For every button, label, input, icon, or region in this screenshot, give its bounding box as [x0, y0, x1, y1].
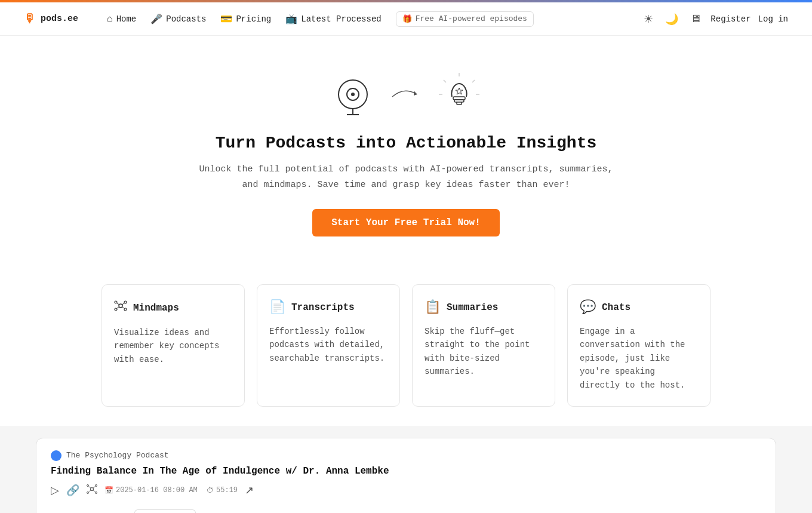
episode-meta: 📅 2025-01-16 08:00 AM ⏱ 55:19 — [104, 486, 238, 495]
tab-summary[interactable]: 📋 Summary — [198, 509, 261, 513]
login-button[interactable]: Log in — [758, 14, 788, 24]
demo-card: The Psychology Podcast Finding Balance I… — [36, 438, 776, 513]
episode-header: The Psychology Podcast Finding Balance I… — [36, 438, 776, 513]
nav-latest-label: Latest Processed — [301, 14, 381, 24]
hero-subtitle: Unlock the full potential of podcasts wi… — [191, 162, 621, 192]
hero-icons — [12, 72, 800, 119]
hero-title: Turn Podcasts into Actionable Insights — [12, 134, 800, 152]
nav-cta[interactable]: 🎁 Free AI-powered episodes — [396, 11, 534, 27]
feature-card-mindmaps: Mindmaps Visualize ideas and remember ke… — [102, 284, 245, 407]
svg-line-24 — [117, 307, 119, 308]
svg-line-33 — [89, 490, 91, 492]
svg-point-18 — [115, 301, 117, 303]
calendar-icon: 📅 — [104, 486, 113, 495]
nav-right: ☀ 🌙 🖥 Register Log in — [641, 10, 788, 28]
tab-shownotes[interactable]: ✏ Shownotes — [65, 509, 132, 513]
podcast-name: The Psychology Podcast — [51, 450, 761, 461]
episode-title: Finding Balance In The Age of Indulgence… — [51, 466, 389, 477]
mindmaps-icon — [114, 299, 127, 317]
logo-icon: 🎙 — [24, 12, 36, 26]
feature-card-summaries: 📋 Summaries Skip the fluff—get straight … — [412, 284, 555, 407]
svg-line-31 — [89, 486, 91, 488]
svg-point-27 — [87, 484, 89, 486]
clock-icon: ⏱ — [207, 486, 214, 495]
nav-home[interactable]: ⌂ Home — [107, 14, 136, 24]
lightbulb-hero-icon — [435, 72, 483, 119]
svg-line-8 — [444, 80, 446, 82]
feature-text-chats: Engage in a conversation with the episod… — [580, 325, 698, 392]
episode-actions: ▷ 🔗 📅 2025-01-16 08:00 AM ⏱ 55:19 ↗ — [51, 484, 389, 497]
svg-line-32 — [93, 486, 96, 488]
latest-icon: 📺 — [285, 13, 297, 25]
feature-card-transcripts: 📄 Transcripts Effortlessly follow podcas… — [257, 284, 400, 407]
svg-rect-12 — [454, 100, 464, 102]
svg-line-23 — [122, 303, 124, 305]
register-button[interactable]: Register — [710, 14, 751, 24]
tab-transcript[interactable]: 📄 Transcript — [263, 509, 340, 513]
svg-point-19 — [124, 301, 127, 303]
svg-marker-16 — [456, 88, 463, 94]
episode-date: 2025-01-16 08:00 AM — [116, 486, 198, 494]
nav-cta-label: Free AI-powered episodes — [416, 14, 527, 23]
feature-title-summaries: Summaries — [447, 302, 498, 313]
feature-text-transcripts: Effortlessly follow podcasts with detail… — [269, 325, 387, 365]
feature-card-mindmaps-header: Mindmaps — [114, 299, 232, 317]
feature-card-chats-header: 💬 Chats — [580, 299, 698, 315]
trial-button[interactable]: Start Your Free Trial Now! — [312, 209, 500, 236]
podcasts-icon: 🎤 — [150, 13, 162, 25]
theme-dark-btn[interactable]: 🌙 — [663, 10, 681, 28]
svg-line-7 — [472, 80, 475, 82]
navbar: 🎙 pods.ee ⌂ Home 🎤 Podcasts 💳 Pricing 📺 … — [0, 2, 812, 36]
play-button[interactable]: ▷ — [51, 484, 59, 497]
feature-text-mindmaps: Visualize ideas and remember key concept… — [114, 326, 232, 366]
svg-point-30 — [96, 492, 97, 493]
feature-card-summaries-header: 📋 Summaries — [425, 299, 543, 315]
svg-point-2 — [351, 93, 355, 96]
summaries-icon: 📋 — [425, 299, 441, 315]
svg-line-22 — [117, 303, 119, 305]
svg-line-34 — [93, 490, 96, 492]
feature-title-chats: Chats — [602, 302, 630, 313]
svg-point-26 — [91, 487, 94, 490]
feature-title-mindmaps: Mindmaps — [133, 303, 179, 314]
chats-icon: 💬 — [580, 299, 596, 315]
svg-point-20 — [115, 308, 117, 311]
nav-home-label: Home — [116, 14, 137, 24]
nav-links: ⌂ Home 🎤 Podcasts 💳 Pricing 📺 Latest Pro… — [107, 11, 622, 27]
carousel-wrapper: ‹ The Psychology Podcast Finding Balance… — [0, 426, 812, 513]
logo-text: pods.ee — [41, 14, 78, 24]
feature-card-transcripts-header: 📄 Transcripts — [269, 299, 387, 315]
podcast-hero-icon — [329, 72, 377, 119]
svg-point-21 — [124, 308, 127, 311]
feature-card-chats: 💬 Chats Engage in a conversation with th… — [567, 284, 710, 407]
nav-podcasts[interactable]: 🎤 Podcasts — [150, 13, 206, 25]
svg-line-25 — [122, 307, 124, 308]
podcast-dot-icon — [51, 450, 61, 461]
episode-tabs: ✏ Shownotes Mindmap 📋 Summary 📄 Transcri… — [51, 505, 761, 513]
share-button[interactable]: ↗ — [245, 484, 254, 497]
gift-icon: 🎁 — [402, 14, 412, 24]
tab-mindmap[interactable]: Mindmap — [134, 509, 196, 513]
theme-monitor-btn[interactable]: 🖥 — [688, 10, 703, 27]
nav-pricing-label: Pricing — [236, 14, 271, 24]
svg-point-29 — [87, 492, 89, 493]
theme-light-btn[interactable]: ☀ — [641, 10, 656, 28]
svg-marker-5 — [414, 91, 417, 96]
pricing-icon: 💳 — [220, 13, 232, 25]
transcripts-icon: 📄 — [269, 299, 285, 315]
feature-title-transcripts: Transcripts — [291, 302, 355, 313]
podcast-name-text: The Psychology Podcast — [66, 451, 169, 460]
logo[interactable]: 🎙 pods.ee — [24, 12, 78, 26]
svg-point-28 — [96, 484, 97, 486]
nav-podcasts-label: Podcasts — [166, 14, 206, 24]
feature-text-summaries: Skip the fluff—get straight to the point… — [425, 325, 543, 379]
hero-section: Turn Podcasts into Actionable Insights U… — [0, 36, 812, 260]
features-section: Mindmaps Visualize ideas and remember ke… — [0, 260, 812, 426]
mindmap-action-button[interactable] — [87, 484, 97, 497]
nav-auth: Register Log in — [710, 14, 788, 24]
link-button[interactable]: 🔗 — [66, 484, 79, 497]
hero-arrow-icon — [391, 86, 421, 105]
nav-pricing[interactable]: 💳 Pricing — [220, 13, 271, 25]
home-icon: ⌂ — [107, 14, 113, 24]
nav-latest[interactable]: 📺 Latest Processed — [285, 13, 381, 25]
